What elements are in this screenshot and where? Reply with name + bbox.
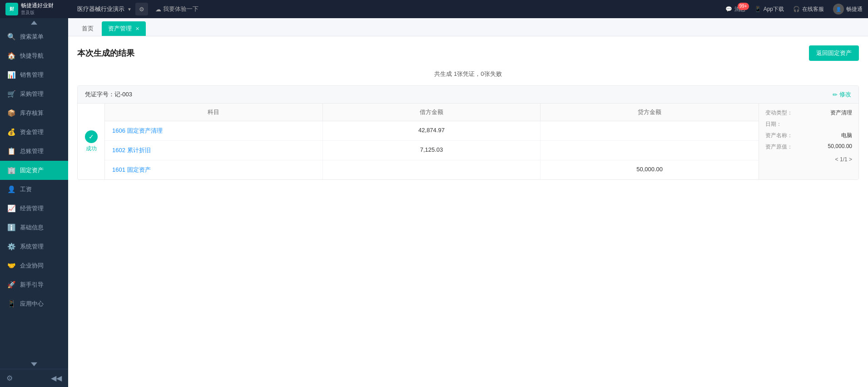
fixed-assets-icon: 🏢 (7, 166, 15, 174)
sidebar-label-operations: 经营管理 (20, 204, 44, 213)
original-value-label: 资产原值： (765, 143, 793, 151)
tab-asset-mgmt-label: 资产管理 (108, 25, 132, 33)
sidebar-label-search: 搜索菜单 (20, 33, 44, 41)
cell-debit-1: 7,125.03 (323, 141, 541, 160)
online-service-button[interactable]: 🎧 在线客服 (793, 5, 824, 13)
message-icon: 💬 (725, 6, 732, 12)
sidebar-item-search[interactable]: 🔍 搜索菜单 (0, 27, 68, 46)
voucher-card: 凭证字号：记-003 ✏ 修改 ✓ 成功 (77, 85, 859, 180)
sidebar-item-system[interactable]: ⚙️ 系统管理 (0, 237, 68, 256)
cell-debit-0: 42,874.97 (323, 121, 541, 140)
guide-icon: 🚀 (7, 281, 15, 289)
tab-home-label: 首页 (82, 25, 94, 33)
page-content: 本次生成的结果 返回固定资产 共生成 1张凭证，0张失败 凭证字号：记-003 … (68, 36, 868, 387)
voucher-body: ✓ 成功 科目 借方金额 贷方金额 1606 固定资产清 (78, 104, 858, 179)
sidebar-collapse-button[interactable]: ◀◀ (51, 374, 62, 382)
message-button[interactable]: 💬 消息 99+ (725, 5, 745, 13)
cell-credit-1 (541, 141, 759, 160)
online-service-label: 在线客服 (802, 5, 824, 13)
edit-label: 修改 (839, 90, 851, 99)
app-download-button[interactable]: 📱 App下载 (754, 5, 784, 13)
change-type-row: 变动类型： 资产清理 (765, 109, 852, 117)
cell-subject-0[interactable]: 1606 固定资产清理 (105, 121, 323, 140)
sidebar-label-ledger: 总账管理 (20, 147, 44, 155)
sidebar-label-quick-nav: 快捷导航 (20, 52, 44, 60)
sidebar-item-purchase[interactable]: 🛒 采购管理 (0, 84, 68, 104)
ledger-icon: 📋 (7, 147, 15, 155)
enterprise-icon: 🤝 (7, 262, 15, 270)
experience-label: 我要体验一下 (163, 5, 198, 13)
sidebar-item-app-center[interactable]: 📱 应用中心 (0, 294, 68, 313)
sidebar-item-quick-nav[interactable]: 🏠 快捷导航 (0, 46, 68, 65)
col-header-subject: 科目 (105, 104, 323, 121)
cell-subject-1[interactable]: 1602 累计折旧 (105, 141, 323, 160)
status-label: 成功 (86, 145, 97, 153)
sidebar-scroll: 🔍 搜索菜单 🏠 快捷导航 📊 销售管理 🛒 采购管理 📦 库存核算 💰 (0, 27, 68, 360)
next-page-button[interactable]: > (849, 156, 852, 163)
tab-close-button[interactable]: ✕ (135, 26, 139, 32)
edit-button[interactable]: ✏ 修改 (833, 90, 851, 99)
settings-gear-button[interactable]: ⚙ (135, 3, 148, 15)
user-name: 畅捷通 (846, 5, 863, 13)
original-value-value: 50,000.00 (828, 143, 852, 151)
table-row: 1606 固定资产清理 42,874.97 (105, 121, 759, 141)
app-download-label: App下载 (764, 5, 784, 13)
date-row: 日期： (765, 120, 852, 128)
system-icon: ⚙️ (7, 243, 15, 251)
table-row: 1602 累计折旧 7,125.03 (105, 141, 759, 160)
sidebar-item-finance[interactable]: 💰 资金管理 (0, 123, 68, 142)
sidebar-label-fixed-assets: 固定资产 (20, 166, 44, 174)
inventory-icon: 📦 (7, 109, 15, 117)
prev-page-button[interactable]: < (835, 156, 838, 163)
sidebar-item-enterprise[interactable]: 🤝 企业协同 (0, 256, 68, 275)
sidebar-item-fixed-assets[interactable]: 🏢 固定资产 (0, 161, 68, 180)
sidebar-settings-button[interactable]: ⚙ (6, 374, 13, 382)
app-icon: 📱 (754, 6, 761, 12)
back-to-fixed-assets-button[interactable]: 返回固定资产 (809, 45, 859, 61)
tab-home[interactable]: 首页 (75, 21, 100, 36)
experience-button[interactable]: ☁ 我要体验一下 (155, 5, 198, 13)
page-title-row: 本次生成的结果 返回固定资产 (77, 45, 859, 61)
asset-name-row: 资产名称： 电脑 (765, 132, 852, 139)
subject-link-2[interactable]: 1601 固定资产 (112, 166, 151, 173)
main-layout: 🔍 搜索菜单 🏠 快捷导航 📊 销售管理 🛒 采购管理 📦 库存核算 💰 (0, 18, 868, 387)
avatar: 👤 (833, 4, 844, 15)
sidebar-item-sales[interactable]: 📊 销售管理 (0, 65, 68, 84)
voucher-number: 凭证字号：记-003 (85, 90, 132, 99)
cloud-icon: ☁ (155, 6, 161, 13)
subject-link-1[interactable]: 1602 累计折旧 (112, 147, 151, 154)
sidebar-footer: ⚙ ◀◀ (0, 369, 68, 387)
sidebar-scroll-up[interactable] (0, 18, 68, 27)
company-dropdown-arrow: ▼ (127, 7, 132, 12)
logo-icon: 财 (5, 3, 18, 15)
tab-asset-mgmt[interactable]: 资产管理 ✕ (102, 21, 146, 36)
success-checkmark-icon: ✓ (85, 130, 98, 143)
page-title: 本次生成的结果 (77, 48, 134, 59)
page-indicator: 1/1 (840, 156, 849, 163)
sidebar-label-finance: 资金管理 (20, 128, 44, 136)
sidebar-item-inventory[interactable]: 📦 库存核算 (0, 104, 68, 123)
message-badge: 99+ (738, 3, 749, 10)
sidebar-item-operations[interactable]: 📈 经营管理 (0, 199, 68, 218)
company-selector[interactable]: 医疗器械行业演示 ▼ (77, 5, 132, 13)
sidebar-item-payroll[interactable]: 👤 工资 (0, 180, 68, 199)
sidebar-item-basic-info[interactable]: ℹ️ 基础信息 (0, 218, 68, 237)
voucher-table: 科目 借方金额 贷方金额 1606 固定资产清理 42,874.97 (105, 104, 759, 179)
subject-link-0[interactable]: 1606 固定资产清理 (112, 127, 163, 134)
sidebar-item-guide[interactable]: 🚀 新手引导 (0, 275, 68, 294)
sidebar: 🔍 搜索菜单 🏠 快捷导航 📊 销售管理 🛒 采购管理 📦 库存核算 💰 (0, 18, 68, 387)
content-area: 首页 资产管理 ✕ 本次生成的结果 返回固定资产 共生成 1张凭证，0张失败 凭… (68, 18, 868, 387)
asset-name-value: 电脑 (841, 132, 852, 139)
change-type-label: 变动类型： (765, 109, 793, 117)
sidebar-item-ledger[interactable]: 📋 总账管理 (0, 142, 68, 161)
payroll-icon: 👤 (7, 185, 15, 194)
cell-debit-2 (323, 160, 541, 179)
edit-icon: ✏ (833, 91, 838, 98)
cell-credit-2: 50,000.00 (541, 160, 759, 179)
cell-credit-0 (541, 121, 759, 140)
service-icon: 🎧 (793, 6, 800, 12)
user-avatar-area[interactable]: 👤 畅捷通 (833, 4, 863, 15)
side-panel: 变动类型： 资产清理 日期： 资产名称： 电脑 资产原值： (759, 104, 858, 179)
cell-subject-2[interactable]: 1601 固定资产 (105, 160, 323, 179)
sidebar-scroll-down[interactable] (0, 360, 68, 369)
